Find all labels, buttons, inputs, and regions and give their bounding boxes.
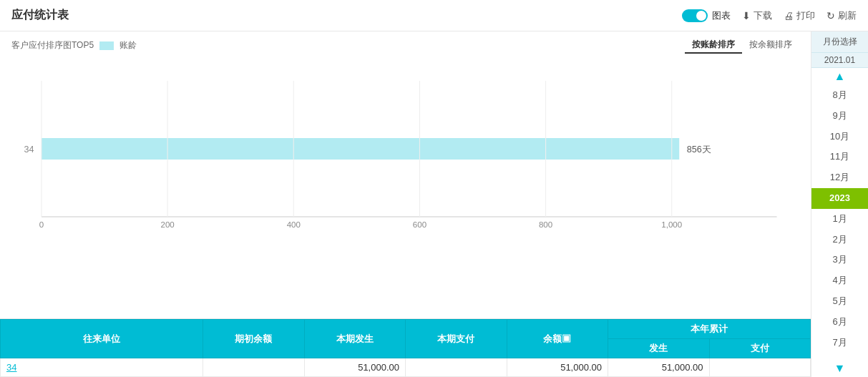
svg-text:400: 400 <box>287 220 301 229</box>
col-ytd-occur: 发生 <box>608 339 710 358</box>
ytd-pay-cell <box>709 358 811 377</box>
sidebar-month-11[interactable]: 11月 <box>811 147 868 167</box>
sidebar-month-4[interactable]: 4月 <box>811 270 868 291</box>
page-title: 应付统计表 <box>11 8 69 23</box>
svg-rect-1 <box>42 138 679 160</box>
sort-by-amount-btn[interactable]: 按余额排序 <box>742 37 799 54</box>
chart-toggle-wrap[interactable]: 图表 <box>682 9 731 22</box>
sidebar-month-2[interactable]: 2月 <box>811 230 868 250</box>
col-balance: 余额▣ <box>507 320 608 358</box>
col-ytd-group: 本年累计 <box>608 320 811 339</box>
download-icon: ⬇ <box>742 10 751 21</box>
svg-text:800: 800 <box>539 220 552 229</box>
balance-cell: 51,000.00 <box>507 358 608 377</box>
refresh-button[interactable]: ↻ 刷新 <box>826 9 857 22</box>
sidebar-month-9[interactable]: 9月 <box>811 106 868 127</box>
refresh-icon: ↻ <box>826 10 835 21</box>
download-button[interactable]: ⬇ 下载 <box>742 9 772 22</box>
sidebar-month-6[interactable]: 6月 <box>811 312 868 333</box>
current-occur-cell: 51,000.00 <box>304 358 406 377</box>
sidebar-month-list: 8月 9月 10月 11月 12月 2023 1月 2月 3月 4月 5月 6月… <box>811 85 868 360</box>
sidebar-year-label: 2023 <box>811 188 868 209</box>
chart-sort: 按账龄排序 按余额排序 <box>685 37 799 54</box>
svg-text:0: 0 <box>39 220 44 229</box>
sidebar-header: 月份选择 <box>811 31 868 53</box>
bar-chart: 34 856天 0 200 400 600 800 1,000 <box>11 59 799 245</box>
svg-text:856天: 856天 <box>687 145 711 155</box>
month-sidebar: 月份选择 2021.01 ▲ 8月 9月 10月 11月 12月 2023 1月… <box>811 31 868 377</box>
sidebar-month-7[interactable]: 7月 <box>811 333 868 353</box>
ytd-occur-cell: 51,000.00 <box>608 358 710 377</box>
legend-text: 客户应付排序图TOP5 <box>11 39 94 52</box>
col-current-occur: 本期发生 <box>304 320 406 358</box>
col-vendor: 往来单位 <box>1 320 203 358</box>
chart-toggle[interactable] <box>682 9 708 22</box>
vendor-cell[interactable]: 34 <box>1 358 203 377</box>
print-icon: 🖨 <box>784 10 794 21</box>
legend-box <box>99 41 114 50</box>
print-button[interactable]: 🖨 打印 <box>784 9 815 22</box>
refresh-label: 刷新 <box>838 9 857 22</box>
svg-text:600: 600 <box>413 220 426 229</box>
sidebar-month-8[interactable]: 8月 <box>811 85 868 106</box>
sort-by-balance-btn[interactable]: 按账龄排序 <box>685 37 742 54</box>
sidebar-down-btn[interactable]: ▼ <box>811 360 868 377</box>
sidebar-month-5[interactable]: 5月 <box>811 291 868 312</box>
chart-legend: 客户应付排序图TOP5 账龄 <box>11 39 137 52</box>
sidebar-month-12[interactable]: 12月 <box>811 167 868 188</box>
svg-text:200: 200 <box>160 220 174 229</box>
table-row: 34 51,000.00 51,000.00 51,000.00 <box>1 358 811 377</box>
download-label: 下载 <box>754 9 772 22</box>
sidebar-current-date: 2021.01 <box>811 53 868 68</box>
summary-table: 往来单位 期初余额 本期发生 本期支付 余额▣ 本年累计 发生 支付 <box>0 319 811 377</box>
col-current-pay: 本期支付 <box>406 320 507 358</box>
data-table-section: 往来单位 期初余额 本期发生 本期支付 余额▣ 本年累计 发生 支付 <box>0 318 811 377</box>
legend-box-label: 账龄 <box>120 39 137 52</box>
sidebar-month-3[interactable]: 3月 <box>811 250 868 270</box>
header-actions: 图表 ⬇ 下载 🖨 打印 ↻ 刷新 <box>682 9 857 22</box>
chart-container: 34 856天 0 200 400 600 800 1,000 <box>0 59 811 318</box>
col-opening: 期初余额 <box>203 320 305 358</box>
svg-text:34: 34 <box>24 145 34 155</box>
opening-cell <box>203 358 305 377</box>
vendor-link[interactable]: 34 <box>6 362 16 373</box>
sidebar-month-10[interactable]: 10月 <box>811 127 868 147</box>
col-ytd-pay: 支付 <box>709 339 811 358</box>
sidebar-up-btn[interactable]: ▲ <box>811 68 868 85</box>
svg-text:1,000: 1,000 <box>661 220 682 229</box>
print-label: 打印 <box>796 9 815 22</box>
chart-toggle-label: 图表 <box>712 9 731 22</box>
table-wrap: 往来单位 期初余额 本期发生 本期支付 余额▣ 本年累计 发生 支付 <box>0 319 811 377</box>
sidebar-month-1[interactable]: 1月 <box>811 209 868 230</box>
current-pay-cell <box>406 358 507 377</box>
